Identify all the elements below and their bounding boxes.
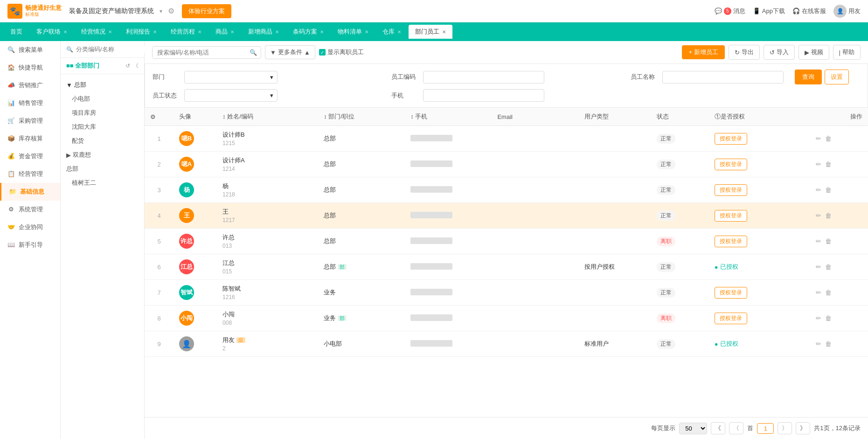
sidebar-item-finance[interactable]: 💰 资金管理: [0, 147, 60, 165]
trial-button[interactable]: 体验行业方案: [182, 4, 231, 18]
close-icon[interactable]: ✕: [320, 29, 324, 35]
sidebar-item-purchase[interactable]: 🛒 采购管理: [0, 112, 60, 130]
set-button[interactable]: 设置: [825, 70, 849, 84]
th-dept[interactable]: ↕ 部门/职位: [318, 108, 405, 126]
auth-login-button[interactable]: 授权登录: [715, 184, 747, 196]
close-icon[interactable]: ✕: [108, 29, 112, 35]
delete-icon[interactable]: 🗑: [825, 186, 832, 194]
edit-icon[interactable]: ✏: [816, 212, 821, 219]
edit-icon[interactable]: ✏: [816, 186, 821, 194]
dept-item-zongbu-parent[interactable]: ▼ 总部: [61, 78, 144, 92]
filter-phone-input[interactable]: [423, 89, 544, 102]
dept-item-zongbu[interactable]: 总部: [61, 162, 144, 176]
tab-new-goods[interactable]: 新增商品 ✕: [242, 25, 285, 39]
tab-department[interactable]: 部门员工 ✕: [409, 25, 452, 39]
first-page-btn[interactable]: 《: [711, 422, 725, 434]
sidebar-item-marketing[interactable]: 📣 营销推广: [0, 77, 60, 94]
filter-empcode-input[interactable]: [423, 71, 544, 84]
auth-login-button[interactable]: 授权登录: [715, 313, 747, 324]
dept-item-xiangmuku[interactable]: 项目库房: [61, 106, 144, 120]
sidebar-item-sales[interactable]: 📊 销售管理: [0, 94, 60, 112]
tab-material[interactable]: 物料清单 ✕: [331, 25, 375, 39]
close-icon[interactable]: ✕: [153, 29, 157, 35]
close-icon[interactable]: ✕: [198, 29, 201, 35]
tab-barcode[interactable]: 条码方案 ✕: [286, 25, 330, 39]
prev-page-btn[interactable]: 〈: [729, 422, 743, 434]
export-button[interactable]: ↻ 导出: [729, 45, 760, 60]
close-icon[interactable]: ✕: [63, 29, 67, 35]
tab-home[interactable]: 首页: [4, 25, 29, 39]
tab-history[interactable]: 经营历程 ✕: [164, 25, 208, 39]
tab-operation[interactable]: 经营情况 ✕: [75, 25, 118, 39]
sidebar-item-basic[interactable]: 📁 基础信息: [0, 183, 60, 201]
dept-item-peihuo[interactable]: 配货: [61, 134, 144, 148]
delete-icon[interactable]: 🗑: [825, 135, 832, 142]
current-page-input[interactable]: [757, 423, 774, 434]
delete-icon[interactable]: 🗑: [825, 263, 832, 271]
delete-icon[interactable]: 🗑: [825, 237, 832, 245]
sidebar-item-nav[interactable]: 🏠 快捷导航: [0, 59, 60, 77]
search-input[interactable]: [153, 47, 246, 58]
dept-item-shenyang[interactable]: 沈阳大库: [61, 120, 144, 134]
sidebar-item-search[interactable]: 🔍 搜索菜单: [0, 41, 60, 59]
delete-icon[interactable]: 🗑: [825, 314, 832, 322]
th-name[interactable]: ↕ 姓名/编码: [217, 108, 318, 126]
auth-login-button[interactable]: 授权登录: [715, 287, 747, 299]
sidebar-item-guide[interactable]: 📖 新手引导: [0, 236, 60, 254]
sidebar-item-management[interactable]: 📋 经营管理: [0, 165, 60, 183]
add-employee-button[interactable]: + 新增员工: [682, 45, 724, 59]
app-download-btn[interactable]: 📱 App下载: [753, 7, 785, 15]
auth-login-button[interactable]: 授权登录: [715, 210, 747, 222]
close-icon[interactable]: ✕: [442, 29, 446, 35]
sidebar-item-collab[interactable]: 🤝 企业协同: [0, 218, 60, 236]
filter-empname-input[interactable]: [662, 71, 784, 84]
filter-status-select[interactable]: ▾: [184, 89, 278, 102]
show-departed-checkbox[interactable]: ✓ 显示离职员工: [319, 48, 364, 56]
dept-item-xiaodianbu[interactable]: 小电部: [61, 92, 144, 106]
view-button[interactable]: ▶ 视频: [799, 45, 829, 60]
tab-warehouse[interactable]: 仓库 ✕: [376, 25, 408, 39]
delete-icon[interactable]: 🗑: [825, 289, 832, 296]
close-icon[interactable]: ✕: [397, 29, 401, 35]
close-icon[interactable]: ✕: [365, 29, 368, 35]
auth-login-button[interactable]: 授权登录: [715, 236, 747, 247]
import-button[interactable]: ↺ 导入: [764, 45, 795, 60]
dept-item-shuanglu[interactable]: ▶ 双鹿想: [61, 148, 144, 162]
online-service-btn[interactable]: 🎧 在线客服: [792, 7, 826, 15]
th-phone[interactable]: ↕ 手机: [405, 108, 492, 126]
delete-icon[interactable]: 🗑: [825, 340, 832, 348]
message-btn[interactable]: 💬 5 消息: [715, 7, 745, 15]
delete-icon[interactable]: 🗑: [825, 160, 832, 168]
query-button[interactable]: 查询: [795, 70, 822, 84]
collapse-icon[interactable]: 《: [133, 62, 139, 70]
close-icon[interactable]: ✕: [275, 29, 279, 35]
edit-icon[interactable]: ✏: [816, 340, 821, 348]
user-area[interactable]: 👤 用友: [833, 5, 861, 18]
last-page-btn[interactable]: 》: [796, 422, 810, 434]
edit-icon[interactable]: ✏: [816, 237, 821, 245]
tab-profit[interactable]: 利润报告 ✕: [119, 25, 163, 39]
delete-icon[interactable]: 🗑: [825, 212, 832, 219]
tab-goods[interactable]: 商品 ✕: [209, 25, 241, 39]
dept-search-input[interactable]: [76, 46, 154, 53]
gear-icon[interactable]: ⚙: [168, 7, 174, 15]
sidebar-item-system[interactable]: ⚙ 系统管理: [0, 201, 60, 218]
help-button[interactable]: | 帮助: [833, 45, 861, 60]
auth-login-button[interactable]: 授权登录: [715, 133, 747, 145]
page-size-select[interactable]: 50 100 200: [679, 423, 707, 434]
system-dropdown-icon[interactable]: ▾: [160, 8, 162, 14]
close-icon[interactable]: ✕: [230, 29, 234, 35]
tab-customer[interactable]: 客户联络 ✕: [30, 25, 74, 39]
filter-dept-select[interactable]: ▾: [184, 71, 278, 84]
edit-icon[interactable]: ✏: [816, 263, 821, 271]
edit-icon[interactable]: ✏: [816, 160, 821, 168]
edit-icon[interactable]: ✏: [816, 135, 821, 142]
edit-icon[interactable]: ✏: [816, 314, 821, 322]
next-page-btn[interactable]: 〉: [778, 422, 792, 434]
auth-login-button[interactable]: 授权登录: [715, 159, 747, 170]
search-submit-icon[interactable]: 🔍: [246, 47, 261, 58]
more-filter-btn[interactable]: ▼ 更多条件 ▲: [265, 45, 315, 59]
sidebar-item-inventory[interactable]: 📦 库存核算: [0, 130, 60, 147]
dept-item-zhishu[interactable]: 植树王二: [61, 176, 144, 190]
refresh-icon[interactable]: ↺: [125, 63, 130, 69]
